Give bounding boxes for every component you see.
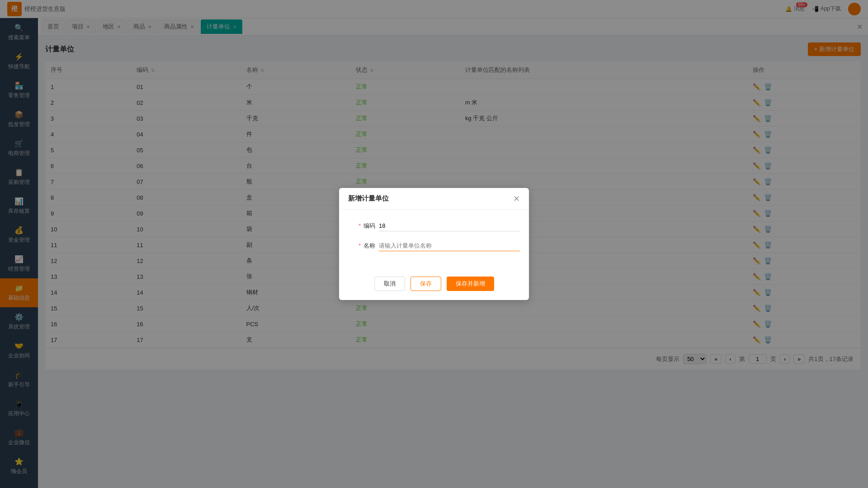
name-label: * 名称 [348,242,375,250]
add-unit-modal: 新增计量单位 ✕ * 编码 * 名称 取消 保存 保存并新增 [339,188,529,300]
code-label: * 编码 [348,222,375,230]
code-form-row: * 编码 [348,221,520,231]
modal-close-button[interactable]: ✕ [513,195,520,203]
cancel-button[interactable]: 取消 [374,277,405,291]
name-form-row: * 名称 [348,240,520,251]
save-button[interactable]: 保存 [410,277,441,291]
code-required-mark: * [359,222,361,229]
name-input[interactable] [379,240,520,251]
code-label-text: 编码 [363,222,375,229]
code-input[interactable] [379,221,520,231]
modal-body: * 编码 * 名称 [339,210,529,271]
modal-footer: 取消 保存 保存并新增 [339,271,529,300]
modal-title: 新增计量单位 [348,194,389,203]
name-required-mark: * [359,242,361,249]
modal-header: 新增计量单位 ✕ [339,188,529,210]
save-and-new-button[interactable]: 保存并新增 [447,277,494,291]
name-label-text: 名称 [363,242,375,249]
